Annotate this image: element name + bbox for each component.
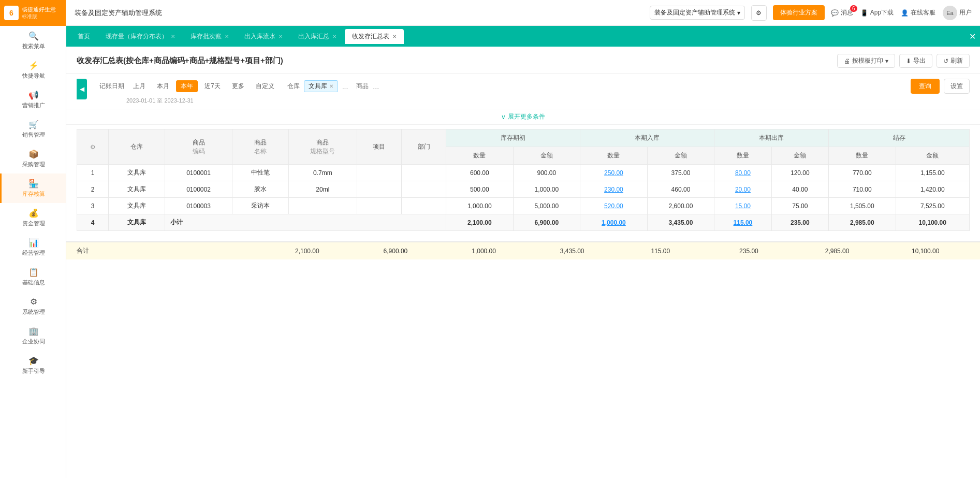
sidebar-item-quick[interactable]: ⚡快捷导航 xyxy=(0,55,66,85)
tab-inout_summary[interactable]: 出入库汇总✕ xyxy=(291,29,344,44)
row-department xyxy=(401,165,446,181)
subtotal-in-qty: 1,000.00 xyxy=(580,214,648,231)
sidebar-item-enterprise[interactable]: 🏢企业协同 xyxy=(0,321,66,351)
date-btn-custom[interactable]: 自定义 xyxy=(251,80,279,92)
sidebar-item-label: 新手引导 xyxy=(22,367,45,375)
tab-close-icon[interactable]: ✕ xyxy=(392,34,397,39)
sidebar-item-label: 基础信息 xyxy=(22,279,45,286)
sidebar-item-purchase[interactable]: 📦采购管理 xyxy=(0,144,66,173)
warehouse-tag-close[interactable]: ✕ xyxy=(329,83,333,89)
product-filter-label: 商品 xyxy=(356,82,369,91)
row-name: 采访本 xyxy=(232,198,288,214)
sidebar-item-finance[interactable]: 💰资金管理 xyxy=(0,203,66,233)
row-department xyxy=(401,181,446,198)
row-opening-amt: 900.00 xyxy=(513,165,580,181)
experience-button[interactable]: 体验行业方案 xyxy=(773,5,825,20)
inventory-icon: 🏪 xyxy=(28,179,39,189)
tab-receive_summary[interactable]: 收发存汇总表✕ xyxy=(345,29,404,44)
tab-close-icon[interactable]: ✕ xyxy=(225,34,229,39)
th-product-code: 商品编码 xyxy=(165,129,232,165)
subtotal-opening-qty: 2,100.00 xyxy=(446,214,514,231)
export-button[interactable]: ⬇ 导出 xyxy=(899,54,932,68)
table-subtotal-row: 4 文具库 小计 2,100.00 6,900.00 1,000.00 3,43… xyxy=(77,214,970,231)
row-in-qty: 250.00 xyxy=(580,165,648,181)
topbar-right: 💬 消息 6 📱 App下载 👤 在线客服 Ea 用户 xyxy=(831,6,972,20)
page-header: 收发存汇总表(按仓库+商品编码+商品+规格型号+项目+部门) 🖨 按模板打印 ▾… xyxy=(66,47,980,74)
system-title: 装备及固定资产辅助管理系统 xyxy=(75,8,643,18)
app-download-button[interactable]: 📱 App下载 xyxy=(860,8,894,17)
th-settings[interactable]: ⚙ xyxy=(77,129,109,165)
download-icon: 📱 xyxy=(860,9,868,17)
sidebar-item-sales[interactable]: 🛒销售管理 xyxy=(0,114,66,144)
subtotal-out-qty: 115.00 xyxy=(714,214,771,231)
sidebar-item-operations[interactable]: 📊经营管理 xyxy=(0,233,66,262)
message-button[interactable]: 💬 消息 6 xyxy=(831,8,853,17)
table-row: 2 文具库 0100002 胶水 20ml 500.00 1,000.00 23… xyxy=(77,181,970,198)
marketing-icon: 📢 xyxy=(28,90,39,100)
expand-conditions-button[interactable]: ∨ 展开更多条件 xyxy=(501,112,545,121)
sidebar-item-basic[interactable]: 📋基础信息 xyxy=(0,262,66,292)
sidebar-item-inventory[interactable]: 🏪库存核算 xyxy=(0,173,66,203)
export-icon: ⬇ xyxy=(906,57,911,65)
tabbar-close-button[interactable]: ✕ xyxy=(969,32,976,41)
tab-close-icon[interactable]: ✕ xyxy=(332,34,337,39)
topbar: 装备及固定资产辅助管理系统 装备及固定资产辅助管理系统 ▾ ⚙ 体验行业方案 💬… xyxy=(66,0,980,26)
refresh-icon: ↺ xyxy=(943,57,948,65)
table-container: ⚙ 仓库 商品编码 商品名称 商品规格型号 项目 部门 库存期初 本期入库 本期… xyxy=(66,125,980,241)
footer-in-qty: 1,000.00 xyxy=(440,248,528,255)
row-code: 0100001 xyxy=(165,165,232,181)
main-content: 装备及固定资产辅助管理系统 装备及固定资产辅助管理系统 ▾ ⚙ 体验行业方案 💬… xyxy=(66,0,980,478)
date-btn-this-year[interactable]: 本年 xyxy=(176,80,198,92)
sidebar-item-marketing[interactable]: 📢营销推广 xyxy=(0,85,66,114)
row-warehouse: 文具库 xyxy=(109,165,165,181)
avatar: Ea xyxy=(943,6,957,20)
tab-inout_flow[interactable]: 出入库流水✕ xyxy=(237,29,290,44)
row-out-qty: 20.00 xyxy=(714,181,771,198)
row-code: 0100002 xyxy=(165,181,232,198)
online-service-button[interactable]: 👤 在线客服 xyxy=(901,8,935,17)
sidebar-item-label: 资金管理 xyxy=(22,220,45,227)
date-btn-7days[interactable]: 近7天 xyxy=(200,80,225,92)
tab-close-icon[interactable]: ✕ xyxy=(171,34,175,39)
date-btn-last-month[interactable]: 上月 xyxy=(128,80,150,92)
print-button[interactable]: 🖨 按模板打印 ▾ xyxy=(837,54,895,68)
warehouse-more-dots[interactable]: ... xyxy=(342,82,348,91)
tabbar: 首页现存量（库存分布表）✕库存批次账✕出入库流水✕出入库汇总✕收发存汇总表✕✕ xyxy=(66,26,980,47)
tab-home[interactable]: 首页 xyxy=(70,29,97,44)
date-btn-more[interactable]: 更多 xyxy=(227,80,249,92)
tab-inventory_dist[interactable]: 现存量（库存分布表）✕ xyxy=(98,29,182,44)
row-in-qty: 520.00 xyxy=(580,198,648,214)
sidebar-header: 6 畅捷通好生意 标准版 xyxy=(0,0,66,26)
filter-settings-button[interactable]: 设置 xyxy=(944,79,970,94)
topbar-settings-button[interactable]: ⚙ xyxy=(751,5,767,21)
row-balance-amt: 1,420.00 xyxy=(896,181,969,198)
subtotal-warehouse: 文具库 xyxy=(109,214,165,231)
user-menu[interactable]: Ea 用户 xyxy=(943,6,972,20)
refresh-button[interactable]: ↺ 刷新 xyxy=(937,54,970,68)
row-in-amt: 375.00 xyxy=(647,165,714,181)
th-warehouse: 仓库 xyxy=(109,129,165,165)
chevron-down-icon: ▾ xyxy=(737,9,740,17)
row-department xyxy=(401,198,446,214)
th-out-amt: 金额 xyxy=(771,147,828,165)
system-dropdown[interactable]: 装备及固定资产辅助管理系统 ▾ xyxy=(650,6,745,20)
chevron-down-icon: ▾ xyxy=(885,57,888,65)
collapse-arrow[interactable]: ◀ xyxy=(77,79,87,99)
product-more-dots[interactable]: ... xyxy=(373,82,379,91)
query-button[interactable]: 查询 xyxy=(911,79,940,94)
warehouse-filter-tag[interactable]: 文具库 ✕ xyxy=(304,80,338,92)
sidebar-item-system[interactable]: ⚙系统管理 xyxy=(0,292,66,321)
row-in-qty: 230.00 xyxy=(580,181,648,198)
sidebar-item-search[interactable]: 🔍搜索菜单 xyxy=(0,26,66,55)
sidebar-item-guide[interactable]: 🎓新手引导 xyxy=(0,351,66,380)
date-btn-this-month[interactable]: 本月 xyxy=(152,80,174,92)
tab-close-icon[interactable]: ✕ xyxy=(279,34,283,39)
footer-opening-qty: 2,100.00 xyxy=(263,248,352,255)
row-project xyxy=(357,165,401,181)
footer-balance-qty: 2,985.00 xyxy=(793,248,882,255)
tab-label: 现存量（库存分布表） xyxy=(106,32,168,41)
tab-batch[interactable]: 库存批次账✕ xyxy=(183,29,236,44)
refresh-label: 刷新 xyxy=(950,56,963,65)
expand-conditions-row: ∨ 展开更多条件 xyxy=(66,109,980,125)
subtotal-balance-qty: 2,985.00 xyxy=(829,214,896,231)
